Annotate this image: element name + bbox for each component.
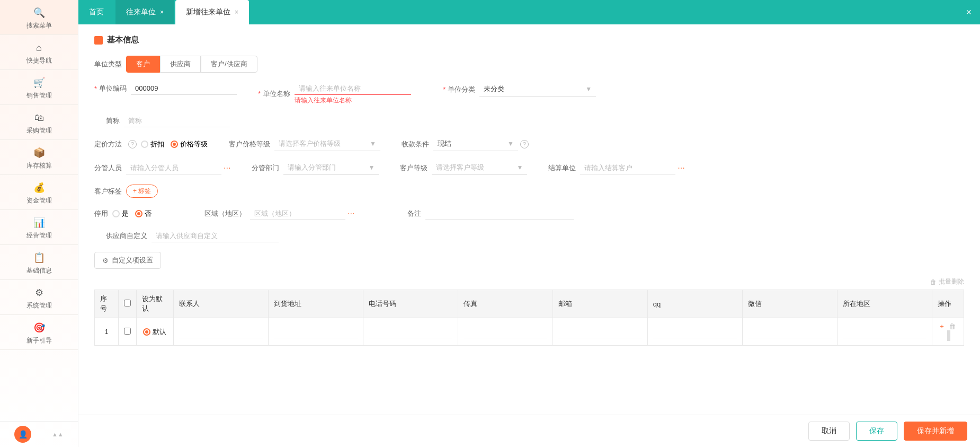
form-row-manager: 分管人员 ··· 分管部门 请输入分管部门 ▼ 客户等级 请选择客户等级 ▼ 结… xyxy=(94,161,964,175)
payment-select[interactable]: 现结 ▼ xyxy=(433,137,518,151)
sidebar-item-sales[interactable]: 🛒 销售管理 xyxy=(0,70,78,105)
category-select[interactable]: 未分类 ▼ xyxy=(479,82,596,97)
td-seq: 1 xyxy=(95,318,119,346)
add-tag-btn[interactable]: + 标签 xyxy=(126,185,158,198)
tab-bar-global-close[interactable]: × xyxy=(966,0,980,24)
sidebar-item-shortcut[interactable]: ⌂ 快捷导航 xyxy=(0,35,78,70)
save-new-button[interactable]: 保存并新增 xyxy=(904,422,967,441)
footer: 取消 保存 保存并新增 xyxy=(78,415,980,447)
radio-level-circle xyxy=(171,141,178,148)
form-row-code-name: * 单位编码 * 单位名称 请输入往来单位名称 * 单位分类 未分类 ▼ xyxy=(94,82,964,105)
row-add-btn[interactable]: + xyxy=(940,322,944,330)
address-input[interactable] xyxy=(274,326,358,338)
main-area: 首页 往来单位 × 新增往来单位 × × 基本信息 单位类型 客户 供应商 客户… xyxy=(78,0,980,447)
region-more-btn[interactable]: ··· xyxy=(348,209,354,218)
contact-input[interactable] xyxy=(179,326,263,338)
th-checkbox[interactable] xyxy=(124,300,131,306)
tab-bar: 首页 往来单位 × 新增往来单位 × × xyxy=(78,0,980,24)
sidebar-item-basic[interactable]: 📋 基础信息 xyxy=(0,245,78,280)
pricing-radio-discount[interactable]: 折扣 xyxy=(141,139,164,149)
dept-chevron: ▼ xyxy=(368,164,375,171)
supplier-custom-input[interactable] xyxy=(152,230,279,242)
row-delete-btn[interactable]: 🗑 xyxy=(949,322,956,330)
th-email: 邮箱 xyxy=(553,290,647,318)
default-radio[interactable]: 默认 xyxy=(142,327,168,337)
phone-input[interactable] xyxy=(369,326,452,338)
region-label: 区域（地区） xyxy=(204,209,246,218)
section-title: 基本信息 xyxy=(94,35,964,45)
code-label: 单位编码 xyxy=(99,84,127,93)
wechat-input[interactable] xyxy=(748,326,832,338)
tab-home[interactable]: 首页 xyxy=(78,0,114,24)
sidebar-item-search[interactable]: 🔍 搜索菜单 xyxy=(0,0,78,35)
fax-input[interactable] xyxy=(464,326,547,338)
tab-add[interactable]: 新增往来单位 × xyxy=(175,0,249,24)
row-checkbox[interactable] xyxy=(124,328,131,335)
qq-input[interactable] xyxy=(653,326,737,338)
sidebar-bottom: 👤 ▲▲ xyxy=(0,421,78,447)
tab-list-close[interactable]: × xyxy=(160,8,164,16)
th-address: 到货地址 xyxy=(268,290,363,318)
td-email xyxy=(553,318,647,346)
sidebar-item-finance[interactable]: 💰 资金管理 xyxy=(0,175,78,210)
sidebar: 🔍 搜索菜单 ⌂ 快捷导航 🛒 销售管理 🛍 采购管理 📦 库存核算 💰 资金管… xyxy=(0,0,78,447)
sidebar-item-purchase[interactable]: 🛍 采购管理 xyxy=(0,105,78,140)
manager-more-btn[interactable]: ··· xyxy=(224,163,230,173)
customer-price-select[interactable]: 请选择客户价格等级 ▼ xyxy=(274,137,380,151)
type-buttons: 客户 供应商 客户/供应商 xyxy=(126,56,257,73)
sidebar-item-system[interactable]: ⚙ 系统管理 xyxy=(0,280,78,315)
tab-home-label: 首页 xyxy=(89,7,104,17)
email-input[interactable] xyxy=(558,326,642,338)
pricing-help-icon[interactable]: ? xyxy=(128,140,137,148)
type-btn-customer[interactable]: 客户 xyxy=(126,56,160,73)
type-btn-supplier[interactable]: 供应商 xyxy=(160,56,201,73)
sidebar-item-operations[interactable]: 📊 经营管理 xyxy=(0,210,78,245)
customer-level-placeholder: 请选择客户等级 xyxy=(436,163,514,172)
table-row: 1 默认 xyxy=(95,318,964,346)
batch-delete-btn[interactable]: 🗑 批量删除 xyxy=(930,277,964,286)
row-region-input[interactable] xyxy=(843,326,926,338)
payment-help-icon[interactable]: ? xyxy=(520,140,529,148)
category-field: * 单位分类 未分类 ▼ xyxy=(443,82,596,97)
table-section: 🗑 批量删除 序号 设为默认 联系人 到货地址 电话号码 传真 邮箱 qq xyxy=(94,277,964,346)
tab-add-close[interactable]: × xyxy=(235,8,238,16)
customer-level-select[interactable]: 请选择客户等级 ▼ xyxy=(432,161,527,175)
disabled-no[interactable]: 否 xyxy=(135,209,152,218)
form-row-supplier-custom: 供应商自定义 xyxy=(106,230,964,242)
row-drag-handle[interactable] xyxy=(947,330,950,341)
name-field-wrapper: 请输入往来单位名称 xyxy=(295,82,411,105)
type-btn-both[interactable]: 客户/供应商 xyxy=(201,56,257,73)
sidebar-item-inventory[interactable]: 📦 库存核算 xyxy=(0,140,78,175)
payment-chevron: ▼ xyxy=(507,140,514,147)
cancel-button[interactable]: 取消 xyxy=(808,422,850,441)
sidebar-item-newbie[interactable]: 🎯 新手引导 xyxy=(0,315,78,350)
sidebar-label-inventory: 库存核算 xyxy=(26,161,52,170)
custom-settings-btn[interactable]: ⚙ 自定义项设置 xyxy=(94,252,161,269)
sidebar-label-system: 系统管理 xyxy=(26,301,52,310)
unit-type-field: 单位类型 客户 供应商 客户/供应商 xyxy=(94,56,257,73)
dept-select[interactable]: 请输入分管部门 ▼ xyxy=(283,161,379,175)
shortname-input[interactable] xyxy=(124,115,230,127)
th-fax: 传真 xyxy=(458,290,553,318)
code-input[interactable] xyxy=(131,82,237,95)
name-field: * 单位名称 请输入往来单位名称 xyxy=(258,82,411,105)
manager-input[interactable] xyxy=(126,162,221,174)
customer-level-chevron: ▼ xyxy=(516,164,523,171)
settlement-more-btn[interactable]: ··· xyxy=(678,163,684,173)
pricing-radio-level[interactable]: 价格等级 xyxy=(171,139,208,149)
tab-list[interactable]: 往来单位 × xyxy=(115,0,174,24)
save-button[interactable]: 保存 xyxy=(856,422,897,441)
remark-field: 备注 xyxy=(407,207,574,220)
settlement-input[interactable] xyxy=(580,162,675,174)
customer-price-label: 客户价格等级 xyxy=(229,139,270,149)
remark-input[interactable] xyxy=(425,207,574,220)
form-row-tags: 客户标签 + 标签 xyxy=(94,185,964,198)
name-error: 请输入往来单位名称 xyxy=(295,96,411,105)
manager-field: 分管人员 ··· xyxy=(94,162,230,174)
region-input[interactable] xyxy=(250,207,345,220)
name-input[interactable] xyxy=(295,82,411,95)
user-avatar[interactable]: 👤 xyxy=(14,426,31,443)
supplier-custom-label: 供应商自定义 xyxy=(106,231,147,241)
disabled-yes[interactable]: 是 xyxy=(112,209,129,218)
shortname-label: 简称 xyxy=(106,116,120,126)
